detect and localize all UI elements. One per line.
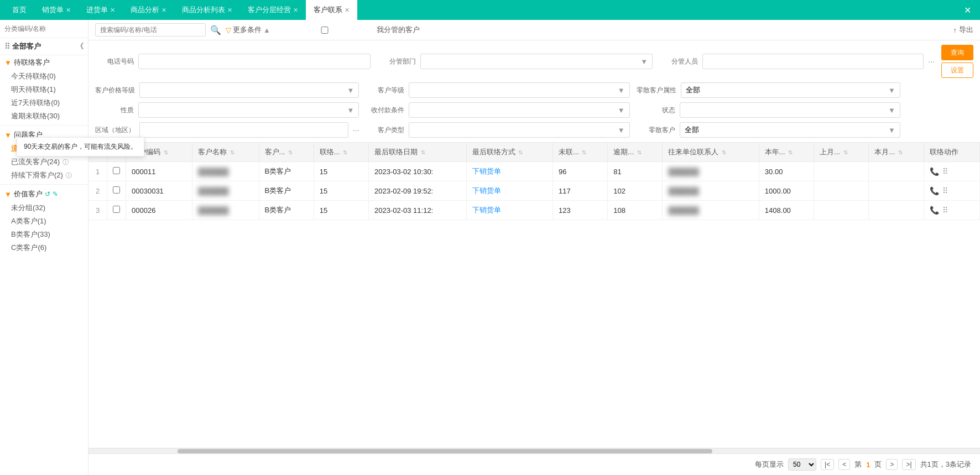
customer-type-select[interactable]: ▼ <box>409 122 629 138</box>
row3-last-type[interactable]: 下销货单 <box>466 201 552 220</box>
sidebar-item-today[interactable]: 今天待联络(0) <box>0 70 88 83</box>
nav-sales[interactable]: 销货单 ✕ <box>34 0 79 20</box>
region-select[interactable] <box>139 122 348 138</box>
nav-product-analysis[interactable]: 商品分析 ✕ <box>123 0 174 20</box>
sidebar-item-ungrouped[interactable]: 未分组(32) <box>0 201 88 215</box>
edit-icon[interactable]: ✎ <box>53 190 58 198</box>
th-name[interactable]: 客户名称 ⇅ <box>192 143 259 162</box>
th-contact[interactable]: 联络... ⇅ <box>314 143 368 162</box>
last-page-btn[interactable]: >| <box>902 459 915 470</box>
sidebar-item-a-class[interactable]: A类客户(1) <box>0 215 88 228</box>
manager-select[interactable] <box>702 54 924 69</box>
sidebar-item-tomorrow[interactable]: 明天待联络(1) <box>0 83 88 96</box>
th-type[interactable]: 客户... ⇅ <box>259 143 314 162</box>
row1-phone-icon[interactable]: 📞 <box>930 167 939 176</box>
refresh-icon[interactable]: ↺ <box>45 190 50 198</box>
settings-button[interactable]: 设置 <box>941 62 973 78</box>
nav-customer-contact[interactable]: 客户联系 ✕ <box>306 0 357 20</box>
nav-product-analysis-close[interactable]: ✕ <box>161 7 166 14</box>
th-last-month[interactable]: 上月... ⇅ <box>814 143 869 162</box>
th-last-date[interactable]: 最后联络日期 ⇅ <box>368 143 466 162</box>
payment-select[interactable]: ▼ <box>409 102 629 118</box>
row3-phone-icon[interactable]: 📞 <box>930 206 939 215</box>
row3-type: B类客户 <box>259 201 314 220</box>
sidebar-group-pending[interactable]: ▼ 待联络客户 <box>0 55 88 70</box>
row2-checkbox-cell[interactable] <box>107 181 126 201</box>
search-button[interactable]: 🔍 <box>210 25 221 35</box>
row2-phone-icon[interactable]: 📞 <box>930 186 939 195</box>
row2-name-blurred: ██████ <box>198 187 228 195</box>
customer-type-label: 客户类型 <box>366 126 404 135</box>
sidebar-item-b-class[interactable]: B类客户(33) <box>0 228 88 241</box>
row1-last-type-link[interactable]: 下销货单 <box>472 167 501 175</box>
nav-product-analysis-list[interactable]: 商品分析列表 ✕ <box>174 0 240 20</box>
search-input[interactable] <box>95 23 206 36</box>
nav-sales-close[interactable]: ✕ <box>66 7 71 14</box>
phone-input[interactable] <box>138 54 371 69</box>
my-customers-checkbox-area[interactable]: 我分管的客户 <box>275 25 420 35</box>
manager-dots-icon[interactable]: ··· <box>928 57 935 66</box>
table-row: 1 000011 ██████ B类客户 15 2023-03-02 10:30… <box>88 162 980 181</box>
first-page-btn[interactable]: |< <box>821 459 834 470</box>
retail-select[interactable]: 全部 ▼ <box>680 122 900 138</box>
horizontal-scrollbar[interactable] <box>88 448 980 453</box>
nav-home[interactable]: 首页 <box>4 0 34 20</box>
sidebar-item-7days[interactable]: 近7天待联络(0) <box>0 96 88 109</box>
customer-type-chevron-icon: ▼ <box>618 126 625 134</box>
row3-checkbox[interactable] <box>113 206 120 213</box>
export-btn[interactable]: ↑ 导出 <box>953 25 974 35</box>
scrollbar-thumb[interactable] <box>178 449 712 453</box>
row3-more-icon[interactable]: ⠿ <box>942 206 948 215</box>
phone-label: 电话号码 <box>95 57 134 66</box>
customer-level-select[interactable]: ▼ <box>409 82 629 98</box>
content-area: 🔍 ▽ 更多条件 ▲ 我分管的客户 ↑ 导出 电话号码 <box>88 20 980 475</box>
nav-product-analysis-list-close[interactable]: ✕ <box>227 7 232 14</box>
per-page-select[interactable]: 50 100 200 <box>788 458 816 471</box>
dept-select[interactable]: ▼ <box>420 54 653 69</box>
nav-customer-segment[interactable]: 客户分层经营 ✕ <box>240 0 306 20</box>
row3-last-type-link[interactable]: 下销货单 <box>472 206 501 214</box>
nav-purchase[interactable]: 进货单 ✕ <box>79 0 123 20</box>
my-customers-checkbox[interactable] <box>275 27 374 34</box>
row3-checkbox-cell[interactable] <box>107 201 126 220</box>
prev-page-btn[interactable]: < <box>838 459 850 470</box>
retail-attr-select[interactable]: 全部 ▼ <box>681 82 900 98</box>
sidebar-item-churned[interactable]: 已流失客户(24) ⓘ <box>0 155 88 169</box>
th-current-year[interactable]: 本年... ⇅ <box>759 143 814 162</box>
th-last-type[interactable]: 最后联络方式 ⇅ <box>466 143 552 162</box>
sidebar-group-value[interactable]: ▼ 价值客户 ↺ ✎ <box>0 187 88 201</box>
sidebar-item-declining[interactable]: 持续下滑客户(2) ⓘ <box>0 169 88 182</box>
status-select[interactable]: ▼ <box>680 102 900 118</box>
row1-checkbox[interactable] <box>113 167 120 174</box>
row1-checkbox-cell[interactable] <box>107 162 126 181</box>
row1-more-icon[interactable]: ⠿ <box>942 167 948 176</box>
th-current-month[interactable]: 本月... ⇅ <box>869 143 924 162</box>
row2-checkbox[interactable] <box>113 186 120 194</box>
query-button[interactable]: 查询 <box>941 45 973 60</box>
more-conditions-btn[interactable]: ▽ 更多条件 ▲ <box>226 25 270 35</box>
nav-customer-segment-close[interactable]: ✕ <box>293 7 298 14</box>
row2-last-type-link[interactable]: 下销货单 <box>472 186 501 195</box>
sidebar-all-customers[interactable]: ⠿ 全部客户 《 <box>0 38 88 55</box>
retail-label: 零散客户 <box>637 126 675 135</box>
row1-last-type[interactable]: 下销货单 <box>466 162 552 181</box>
sidebar-item-c-class[interactable]: C类客户(6) <box>0 241 88 254</box>
region-dots-icon[interactable]: ··· <box>353 126 359 134</box>
sidebar-item-overdue[interactable]: 逾期未联络(30) <box>0 109 88 123</box>
filter-retail-attr: 零散客户属性 全部 ▼ <box>637 82 900 98</box>
nav-customer-contact-close[interactable]: ✕ <box>345 7 350 14</box>
row1-actions: 📞 ⠿ <box>924 162 979 181</box>
price-level-select[interactable]: ▼ <box>139 82 359 98</box>
collapse-icon[interactable]: 《 <box>76 41 84 51</box>
row2-more-icon[interactable]: ⠿ <box>942 186 948 195</box>
window-close-btn[interactable]: ✕ <box>960 5 976 15</box>
action-buttons: 查询 设置 <box>941 45 973 78</box>
next-page-btn[interactable]: > <box>886 459 898 470</box>
th-overdue[interactable]: 逾期... ⇅ <box>608 143 663 162</box>
th-unlinked[interactable]: 未联... ⇅ <box>553 143 608 162</box>
th-linked-person[interactable]: 往来单位联系人 ⇅ <box>663 143 759 162</box>
nav-purchase-close[interactable]: ✕ <box>110 7 115 14</box>
sidebar-search-input[interactable] <box>4 25 87 33</box>
row2-last-type[interactable]: 下销货单 <box>466 181 552 201</box>
nature-select[interactable]: ▼ <box>138 102 359 118</box>
